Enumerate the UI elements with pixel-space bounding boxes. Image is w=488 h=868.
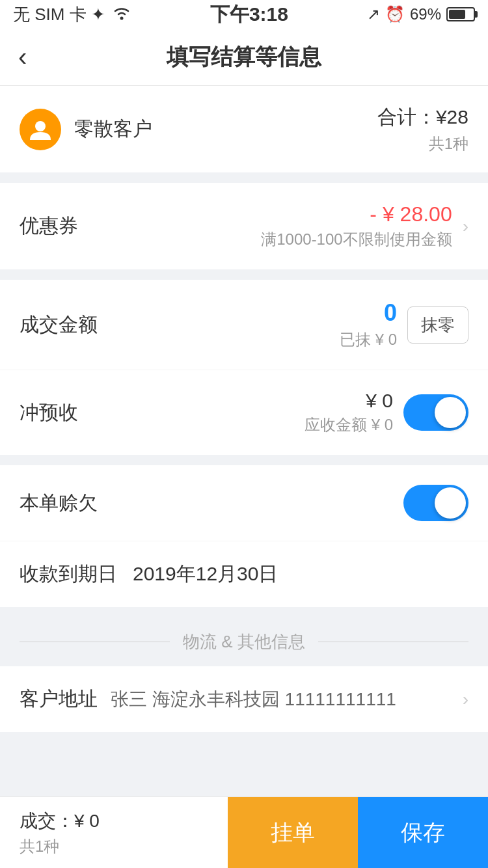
page-title: 填写结算等信息: [167, 42, 321, 72]
customer-right: 合计：¥28 共1种: [377, 104, 468, 154]
prepay-toggle[interactable]: [403, 394, 468, 431]
address-chevron-icon: ›: [463, 689, 468, 710]
bottom-bar: 成交：¥ 0 共1种 挂单 保存: [0, 796, 488, 868]
nav-bar: ‹ 填写结算等信息: [0, 29, 488, 86]
customer-total: 合计：¥28: [377, 104, 468, 131]
signal-text: 无 SIM 卡 ✦: [13, 3, 105, 26]
credit-row: 本单赊欠: [0, 465, 488, 541]
logistics-divider: 物流 & 其他信息: [0, 617, 488, 666]
bottom-deal-value: ¥ 0: [74, 811, 100, 831]
status-time: 下午3:18: [210, 1, 288, 28]
deal-amount-right-text: 0 已抹 ¥ 0: [340, 299, 397, 350]
content: 零散客户 合计：¥28 共1种 优惠券 - ¥ 28.00 满1000-100不…: [0, 86, 488, 810]
customer-count: 共1种: [377, 133, 468, 154]
credit-label: 本单赊欠: [20, 490, 98, 517]
credit-section: 本单赊欠 收款到期日 2019年12月30日: [0, 465, 488, 607]
prepay-right-text: ¥ 0 应收金额 ¥ 0: [305, 390, 393, 435]
avatar: [20, 109, 61, 150]
credit-right: [403, 485, 468, 521]
bottom-deal-label: 成交：: [20, 811, 74, 831]
deal-amount-label: 成交金额: [20, 312, 98, 338]
battery-icon: [446, 7, 475, 21]
address-row[interactable]: 客户地址 张三 海淀永丰科技园 11111111111 ›: [0, 666, 488, 732]
coupon-desc: 满1000-100不限制使用金额: [261, 229, 452, 250]
alarm-icon: ⏰: [385, 5, 405, 23]
customer-card: 零散客户 合计：¥28 共1种: [0, 86, 488, 172]
due-date-row: 收款到期日 2019年12月30日: [0, 541, 488, 607]
address-label: 客户地址: [20, 686, 98, 712]
coupon-right: - ¥ 28.00 满1000-100不限制使用金额 ›: [261, 202, 468, 250]
deal-amount-value: 0: [340, 299, 397, 327]
status-bar: 无 SIM 卡 ✦ 下午3:18 ↗ ⏰ 69%: [0, 0, 488, 29]
bottom-deal: 成交：¥ 0: [20, 809, 208, 834]
save-button[interactable]: 保存: [358, 797, 488, 869]
prepay-row: 冲预收 ¥ 0 应收金额 ¥ 0: [0, 370, 488, 455]
coupon-right-text: - ¥ 28.00 满1000-100不限制使用金额: [261, 202, 452, 250]
credit-toggle-knob: [435, 487, 466, 519]
customer-name: 零散客户: [74, 116, 152, 142]
svg-point-0: [120, 16, 123, 20]
prepay-right: ¥ 0 应收金额 ¥ 0: [305, 390, 468, 435]
coupon-amount: - ¥ 28.00: [261, 202, 452, 226]
due-date-label: 收款到期日: [20, 561, 117, 588]
prepay-sub: 应收金额 ¥ 0: [305, 414, 393, 435]
logistics-label: 物流 & 其他信息: [183, 631, 305, 653]
location-icon: ↗: [367, 5, 380, 23]
round-zero-button[interactable]: 抹零: [407, 306, 468, 344]
wifi-icon: [112, 5, 131, 25]
prepay-amount: ¥ 0: [305, 390, 393, 412]
divider-line-right: [318, 642, 468, 642]
customer-left: 零散客户: [20, 109, 152, 150]
bottom-summary: 成交：¥ 0 共1种: [0, 809, 228, 857]
bottom-count: 共1种: [20, 836, 208, 857]
svg-point-1: [35, 121, 46, 131]
coupon-label: 优惠券: [20, 213, 78, 239]
status-left: 无 SIM 卡 ✦: [13, 3, 131, 26]
address-value: 张三 海淀永丰科技园 11111111111: [111, 687, 450, 712]
deal-amount-section: 成交金额 0 已抹 ¥ 0 抹零 冲预收 ¥ 0 应收金额 ¥ 0: [0, 280, 488, 455]
coupon-row[interactable]: 优惠券 - ¥ 28.00 满1000-100不限制使用金额 ›: [0, 183, 488, 269]
prepay-label: 冲预收: [20, 400, 78, 426]
battery-percent: 69%: [410, 5, 441, 23]
chevron-right-icon: ›: [463, 216, 468, 237]
credit-toggle[interactable]: [403, 485, 468, 521]
hold-button[interactable]: 挂单: [228, 797, 358, 869]
status-right: ↗ ⏰ 69%: [367, 5, 475, 23]
coupon-section: 优惠券 - ¥ 28.00 满1000-100不限制使用金额 ›: [0, 183, 488, 269]
deal-amount-sub: 已抹 ¥ 0: [340, 329, 397, 350]
deal-amount-row: 成交金额 0 已抹 ¥ 0 抹零: [0, 280, 488, 370]
due-date-value: 2019年12月30日: [133, 561, 278, 588]
toggle-knob: [435, 397, 466, 428]
divider-line-left: [20, 642, 170, 642]
deal-amount-right: 0 已抹 ¥ 0 抹零: [340, 299, 468, 350]
back-button[interactable]: ‹: [18, 42, 27, 72]
